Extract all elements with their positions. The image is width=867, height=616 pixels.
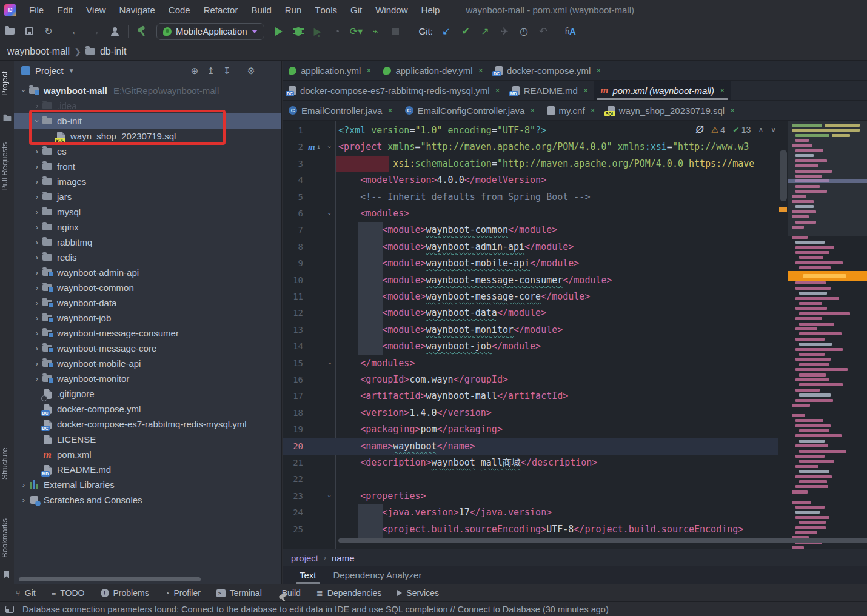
chevron-collapsed-icon[interactable]: › — [19, 480, 28, 489]
profiler-button[interactable]: ◔ — [329, 24, 345, 39]
git-push-icon[interactable]: ↗ — [477, 24, 493, 39]
git-commit-icon[interactable]: ✔ — [458, 24, 474, 39]
close-tab-icon[interactable]: × — [366, 65, 371, 75]
subtab-text[interactable]: Text — [300, 566, 316, 584]
tab-emailconfigcontroller-java[interactable]: CEmailConfigController.java× — [399, 101, 541, 120]
tree-item--idea[interactable]: ›.idea — [14, 98, 281, 113]
run-configuration-select[interactable]: MobileApplication — [156, 23, 264, 40]
tree-item-waynboot-message-consumer[interactable]: ›waynboot-message-consumer — [14, 326, 281, 341]
tab-docker-compose-yml[interactable]: DCdocker-compose.yml× — [489, 61, 608, 80]
chevron-expanded-icon[interactable]: › — [33, 116, 42, 126]
stripe-tab-project[interactable]: Project — [0, 65, 13, 102]
chevron-collapsed-icon[interactable]: › — [32, 238, 42, 247]
code-line-6[interactable]: 6› <modules> — [283, 206, 778, 222]
tab-my-cnf[interactable]: my.cnf× — [541, 101, 601, 120]
tree-item-wayn-shop-20230719-sql[interactable]: SQLwayn_shop_20230719.sql — [14, 129, 281, 144]
chevron-collapsed-icon[interactable]: › — [32, 374, 42, 383]
project-horizontal-scrollbar[interactable] — [19, 577, 201, 581]
maven-gutter-icon[interactable]: m — [308, 139, 315, 155]
tree-item-waynboot-message-core[interactable]: ›waynboot-message-core — [14, 341, 281, 356]
chevron-collapsed-icon[interactable]: › — [32, 298, 42, 307]
chevron-expanded-icon[interactable]: › — [19, 86, 28, 96]
menu-navigate[interactable]: Navigate — [113, 0, 162, 20]
open-folder-icon[interactable] — [2, 24, 18, 39]
inspection-widget[interactable]: Ø ⚠4 ✔13 ∧ ∨ — [696, 124, 777, 136]
run-button[interactable] — [271, 24, 287, 39]
tree-item-waynboot-common[interactable]: ›waynboot-common — [14, 280, 281, 295]
tree-item-jars[interactable]: ›jars — [14, 189, 281, 204]
tree-item-waynboot-data[interactable]: ›waynboot-data — [14, 295, 281, 310]
close-tab-icon[interactable]: × — [387, 105, 392, 115]
toolwindow-build[interactable]: Build — [278, 588, 301, 598]
chevron-collapsed-icon[interactable]: › — [32, 162, 42, 171]
toolwindow-profiler[interactable]: ◔Profiler — [165, 588, 201, 598]
menu-git[interactable]: Git — [344, 0, 369, 20]
git-cherry-pick-icon[interactable]: ✈ — [497, 24, 512, 39]
hide-panel-icon[interactable]: — — [264, 65, 273, 76]
menu-build[interactable]: Build — [244, 0, 278, 20]
stripe-tab-pull-requests[interactable]: Pull Requests — [0, 133, 13, 200]
tree-item--gitignore[interactable]: .gitignore — [14, 386, 281, 401]
tree-item-images[interactable]: ›images — [14, 174, 281, 189]
breadcrumb-tag-name[interactable]: name — [332, 553, 355, 563]
code-minimap[interactable] — [788, 121, 867, 549]
tab-application-dev-yml[interactable]: application-dev.yml× — [377, 61, 489, 80]
close-tab-icon[interactable]: × — [495, 85, 500, 95]
warnings-count[interactable]: ⚠4 — [711, 125, 725, 135]
code-line-18[interactable]: 18 <version>1.4.0</version> — [283, 405, 778, 421]
tree-item-external-libraries[interactable]: ›External Libraries — [14, 477, 281, 492]
tree-item-waynboot-job[interactable]: ›waynboot-job — [14, 310, 281, 326]
tree-item-waynboot-monitor[interactable]: ›waynboot-monitor — [14, 371, 281, 386]
tab-pom-xml-waynboot-mall-[interactable]: mpom.xml (waynboot-mall)× — [594, 81, 731, 100]
toolwindow-git[interactable]: ⑂Git — [16, 588, 36, 598]
chevron-collapsed-icon[interactable]: › — [32, 253, 42, 262]
close-tab-icon[interactable]: × — [478, 65, 483, 75]
editor-vertical-scrollbar[interactable] — [780, 150, 787, 201]
settings-gear-icon[interactable]: ⚙ — [247, 65, 255, 76]
code-line-2[interactable]: 2m↓›<project xmlns="http://maven.apache.… — [283, 139, 778, 155]
chevron-collapsed-icon[interactable]: › — [32, 344, 42, 353]
close-tab-icon[interactable]: × — [591, 105, 595, 115]
code-line-14[interactable]: 14 <module>waynboot-job</module> — [283, 338, 778, 355]
fold-end-icon[interactable]: › — [321, 361, 338, 366]
code-line-11[interactable]: 11 <module>waynboot-message-core</module… — [283, 289, 778, 305]
editor-horizontal-scrollbar[interactable] — [338, 538, 867, 543]
code-line-19[interactable]: 19 <packaging>pom</packaging> — [283, 421, 778, 438]
toolwindow-todo[interactable]: ≡TODO — [52, 588, 85, 598]
code-line-15[interactable]: 15› </modules> — [283, 355, 778, 372]
rerun-button[interactable]: ⟳▾ — [349, 24, 364, 39]
prev-problem-icon[interactable]: ∧ — [758, 126, 763, 134]
git-update-icon[interactable]: ↙ — [438, 24, 454, 39]
toolwindow-problems[interactable]: !Problems — [101, 588, 149, 598]
layout-icon[interactable] — [5, 606, 14, 613]
tree-item-nginx[interactable]: ›nginx — [14, 219, 281, 235]
tab-application-yml[interactable]: application.yml× — [283, 61, 377, 80]
chevron-collapsed-icon[interactable]: › — [32, 223, 42, 232]
error-stripe-mark[interactable] — [779, 207, 787, 212]
stop-button[interactable] — [387, 24, 403, 39]
tree-item-waynboot-admin-api[interactable]: ›waynboot-admin-api — [14, 265, 281, 280]
menu-tools[interactable]: Tools — [308, 0, 344, 20]
breadcrumb-project[interactable]: waynboot-mall — [7, 46, 70, 57]
tree-item-docker-compose-es7-rabbitmq-redis-mysql-yml[interactable]: DCdocker-compose-es7-rabbitmq-redis-mysq… — [14, 417, 281, 432]
code-line-13[interactable]: 13 <module>waynboot-monitor</module> — [283, 322, 778, 338]
subtab-dependency-analyzer[interactable]: Dependency Analyzer — [333, 566, 422, 584]
breadcrumb-tag-project[interactable]: project — [291, 553, 318, 563]
translate-icon[interactable]: ȟA — [563, 24, 578, 39]
expand-all-icon[interactable]: ↥ — [207, 65, 215, 76]
tree-item-readme-md[interactable]: MDREADME.md — [14, 462, 281, 477]
tab-docker-compose-es7-rabbitmq-redis-mysql-yml[interactable]: DCdocker-compose-es7-rabbitmq-redis-mysq… — [283, 81, 506, 100]
close-tab-icon[interactable]: × — [596, 65, 601, 75]
breadcrumb-folder[interactable]: db-init — [100, 46, 127, 57]
tree-item-mysql[interactable]: ›mysql — [14, 204, 281, 219]
code-line-4[interactable]: 4 <modelVersion>4.0.0</modelVersion> — [283, 172, 778, 189]
menu-file[interactable]: File — [22, 0, 50, 20]
sync-icon[interactable]: ↻ — [41, 24, 56, 39]
menu-edit[interactable]: Edit — [50, 0, 79, 20]
menu-help[interactable]: Help — [415, 0, 447, 20]
back-icon[interactable]: ← — [68, 24, 84, 39]
git-history-icon[interactable]: ◷ — [516, 24, 532, 39]
chevron-down-icon[interactable]: ▼ — [69, 67, 75, 74]
coverage-button[interactable]: ▶̥ — [310, 24, 326, 39]
chevron-collapsed-icon[interactable]: › — [19, 495, 28, 504]
